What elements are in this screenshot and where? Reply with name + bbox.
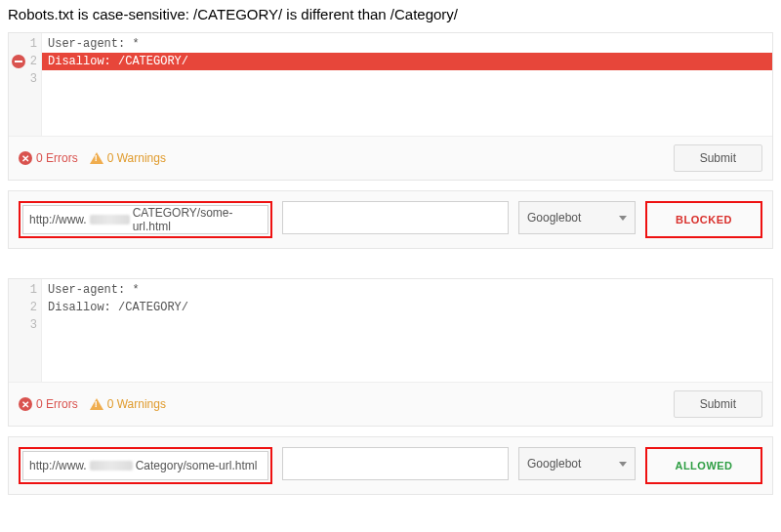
robots-editor-panel-2: 1 2 3 User-agent: * Disallow: /CATEGORY/… [8,278,773,427]
result-highlight: BLOCKED [645,201,762,238]
error-icon: ✕ [19,151,32,165]
chevron-down-icon [619,462,627,467]
url-suffix: Category/some-url.html [136,459,258,472]
code-editor-2[interactable]: 1 2 3 User-agent: * Disallow: /CATEGORY/ [9,279,772,382]
code-body[interactable]: User-agent: * Disallow: /CATEGORY/ [42,279,772,382]
submit-button[interactable]: Submit [674,390,762,418]
redacted-domain [90,215,130,225]
line-number: 2 [9,299,37,316]
user-agent-value: Googlebot [527,457,581,471]
line-number: 2 [9,53,37,70]
url-prefix: http://www. [29,459,87,472]
redacted-domain [90,461,133,471]
code-editor-1[interactable]: 1 2 3 User-agent: * Disallow: /CATEGORY/ [9,33,772,136]
code-line: User-agent: * [48,35,766,53]
warning-icon [90,152,103,164]
line-number: 3 [9,70,37,88]
line-number: 3 [9,316,37,334]
status-bar: ✕ 0 Errors 0 Warnings Submit [9,382,772,426]
errors-count: ✕ 0 Errors [19,151,78,165]
code-line [48,70,766,88]
result-allowed: ALLOWED [649,451,759,480]
code-line-highlighted: Disallow: /CATEGORY/ [42,53,772,70]
code-line [48,316,766,334]
url-suffix: CATEGORY/some-url.html [133,206,262,233]
user-agent-select[interactable]: Googlebot [518,447,636,480]
error-icon: ✕ [19,397,32,411]
user-agent-select[interactable]: Googlebot [518,201,636,234]
url-tester-row-1: http://www. CATEGORY/some-url.html Googl… [8,190,773,249]
warnings-count: 0 Warnings [90,397,166,411]
line-number: 1 [9,35,37,53]
page-title: Robots.txt is case-sensitive: /CATEGORY/… [8,6,773,22]
url-prefix: http://www. [29,213,87,226]
user-agent-value: Googlebot [527,211,581,225]
line-number-gutter: 1 2 3 [9,279,42,382]
url-tester-row-2: http://www. Category/some-url.html Googl… [8,436,773,495]
url-extra-input[interactable] [282,447,509,480]
result-blocked: BLOCKED [649,205,759,234]
url-input-highlight: http://www. CATEGORY/some-url.html [19,201,272,238]
url-extra-input[interactable] [282,201,509,234]
code-line: User-agent: * [48,281,766,299]
url-input-highlight: http://www. Category/some-url.html [19,447,272,484]
warnings-count: 0 Warnings [90,151,166,165]
line-number: 1 [9,281,37,299]
line-number-gutter: 1 2 3 [9,33,42,136]
result-highlight: ALLOWED [645,447,762,484]
error-marker-icon [12,55,25,68]
code-body[interactable]: User-agent: * Disallow: /CATEGORY/ [42,33,772,136]
code-line: Disallow: /CATEGORY/ [48,299,766,316]
errors-count: ✕ 0 Errors [19,397,78,411]
chevron-down-icon [619,216,627,221]
url-input[interactable]: http://www. CATEGORY/some-url.html [22,205,268,234]
status-bar: ✕ 0 Errors 0 Warnings Submit [9,136,772,180]
submit-button[interactable]: Submit [674,144,762,172]
robots-editor-panel-1: 1 2 3 User-agent: * Disallow: /CATEGORY/… [8,32,773,181]
warning-icon [90,398,103,410]
url-input[interactable]: http://www. Category/some-url.html [22,451,268,480]
